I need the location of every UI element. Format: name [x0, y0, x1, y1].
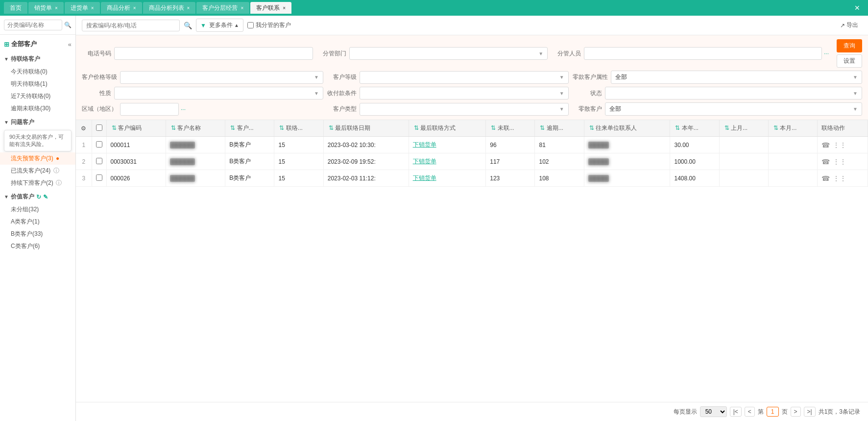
- payment-select[interactable]: ▼: [360, 87, 569, 99]
- col-cust-type[interactable]: ⇅ 客户...: [225, 120, 274, 137]
- region-more-icon[interactable]: ···: [181, 106, 186, 113]
- contact-icon-1[interactable]: ☎: [821, 141, 830, 149]
- export-btn[interactable]: ↗ 导出: [836, 19, 862, 31]
- close-tab-purchase[interactable]: ×: [91, 5, 94, 11]
- row-last-method-2[interactable]: 下销货单: [409, 153, 486, 170]
- row-last-method-3[interactable]: 下销货单: [409, 170, 486, 187]
- tab-sales[interactable]: 销货单 ×: [28, 2, 64, 14]
- more-icon-2[interactable]: ⋮⋮: [833, 158, 846, 166]
- tree-group-pending-title[interactable]: ▼ 待联络客户: [0, 52, 75, 66]
- filter-search-input[interactable]: [82, 20, 180, 31]
- tab-customer-layer[interactable]: 客户分层经营 ×: [196, 2, 249, 14]
- dept-select[interactable]: ▼: [349, 47, 548, 60]
- row-unit-contact-2: █████: [584, 153, 670, 170]
- filter-field-payment: 收付款条件 ▼: [327, 87, 569, 99]
- row-checkbox-3[interactable]: [92, 170, 106, 187]
- settings-button[interactable]: 设置: [837, 54, 862, 68]
- more-conditions-btn[interactable]: ▼ 更多条件 ▲: [196, 19, 243, 32]
- contact-icon-3[interactable]: ☎: [821, 174, 830, 182]
- region-input[interactable]: [120, 103, 179, 116]
- sidebar-item-declining[interactable]: 持续下滑客户(2) ⓘ: [0, 177, 75, 189]
- more-icon-1[interactable]: ⋮⋮: [833, 141, 846, 149]
- more-icon-3[interactable]: ⋮⋮: [833, 174, 846, 182]
- tab-analysis[interactable]: 商品分析 ×: [101, 2, 142, 14]
- sidebar-item-class-c[interactable]: C类客户(6): [0, 240, 75, 252]
- zero-cust-select[interactable]: 全部 ▼: [605, 102, 862, 116]
- tab-customer-contact[interactable]: 客户联系 ×: [250, 2, 291, 14]
- last-page-btn[interactable]: >|: [804, 407, 816, 417]
- sidebar-item-class-b[interactable]: B类客户(33): [0, 228, 75, 240]
- close-tab-analysis-list[interactable]: ×: [187, 5, 190, 11]
- sidebar-item-churned[interactable]: 已流失客户(24) ⓘ: [0, 165, 75, 177]
- contact-icon-2[interactable]: ☎: [821, 158, 830, 166]
- sidebar-item-class-a[interactable]: A类客户(1): [0, 216, 75, 228]
- per-page-select[interactable]: 50 100: [700, 406, 727, 417]
- row-last-method-1[interactable]: 下销货单: [409, 137, 486, 153]
- close-tab-customer-layer[interactable]: ×: [241, 5, 243, 11]
- col-this-month[interactable]: ⇅ 本月...: [768, 120, 817, 137]
- col-name[interactable]: ⇅ 客户名称: [166, 120, 225, 137]
- status-select[interactable]: ▼: [605, 87, 862, 99]
- tab-purchase[interactable]: 进货单 ×: [65, 2, 100, 14]
- first-page-btn[interactable]: |<: [730, 407, 742, 417]
- main-layout: 🔍 ⊞ 全部客户 « ▼ 待联络客户 今天待联络(0) 明天待联络(1): [0, 16, 868, 421]
- row-checkbox-1[interactable]: [92, 137, 106, 153]
- sidebar-item-today-pending[interactable]: 今天待联络(0): [0, 66, 75, 78]
- col-uncontacted[interactable]: ⇅ 未联...: [486, 120, 535, 137]
- my-customers-checkbox[interactable]: [247, 22, 254, 28]
- cust-level-select[interactable]: ▼: [360, 71, 569, 84]
- sidebar-item-ungroup[interactable]: 未分组(32): [0, 203, 75, 216]
- filter-search-icon[interactable]: 🔍: [184, 22, 192, 29]
- tab-analysis-list[interactable]: 商品分析列表 ×: [143, 2, 196, 14]
- sidebar-item-7days-pending[interactable]: 近7天待联络(0): [0, 90, 75, 102]
- col-last-method[interactable]: ⇅ 最后联络方式: [409, 120, 486, 137]
- window-close-icon[interactable]: ✕: [850, 4, 864, 12]
- refresh-icon[interactable]: ↻: [36, 194, 41, 200]
- sidebar-item-churn-warning[interactable]: 流失预警客户(3) ●: [0, 152, 75, 165]
- sidebar-item-tomorrow-pending[interactable]: 明天待联络(1): [0, 78, 75, 90]
- col-this-year[interactable]: ⇅ 本年...: [670, 120, 719, 137]
- sort-icon-cust-type: ⇅: [230, 124, 235, 131]
- sidebar-search-input[interactable]: [4, 20, 62, 30]
- export-icon: ↗: [840, 22, 845, 29]
- close-tab-customer-contact[interactable]: ×: [283, 5, 286, 11]
- next-page-btn[interactable]: >: [791, 407, 801, 417]
- col-settings[interactable]: ⚙: [76, 120, 92, 137]
- zero-attr-select[interactable]: 全部 ▼: [611, 71, 862, 84]
- close-tab-sales[interactable]: ×: [55, 5, 58, 11]
- col-last-month[interactable]: ⇅ 上月...: [719, 120, 768, 137]
- tab-bar: 首页 销货单 × 进货单 × 商品分析 × 商品分析列表 × 客户分层经营 × …: [0, 0, 868, 16]
- tree-group-problem-title[interactable]: ▼ 问题客户: [0, 116, 75, 129]
- settings-icon[interactable]: ⚙: [81, 125, 86, 132]
- col-last-date[interactable]: ⇅ 最后联络日期: [323, 120, 409, 137]
- cust-type-select[interactable]: ▼: [360, 103, 569, 116]
- col-overdue[interactable]: ⇅ 逾期...: [535, 120, 584, 137]
- person-input[interactable]: [584, 47, 822, 60]
- my-customers-checkbox-label[interactable]: 我分管的客户: [247, 21, 291, 29]
- col-checkbox[interactable]: [92, 120, 106, 137]
- chevron-up-icon: ▲: [234, 23, 239, 28]
- person-more-icon[interactable]: ···: [824, 50, 829, 57]
- tree-root-all-customers[interactable]: ⊞ 全部客户 «: [0, 37, 75, 51]
- gender-select[interactable]: ▼: [114, 87, 323, 99]
- edit-icon[interactable]: ✎: [43, 194, 48, 200]
- phone-input[interactable]: [114, 47, 313, 60]
- tab-home[interactable]: 首页: [4, 2, 27, 14]
- close-tab-analysis[interactable]: ×: [133, 5, 136, 11]
- row-last-month-3: [719, 170, 768, 187]
- filter-field-status: 状态 ▼: [573, 87, 862, 99]
- collapse-icon[interactable]: «: [68, 41, 72, 48]
- sidebar-search-icon[interactable]: 🔍: [64, 22, 72, 28]
- payment-arrow: ▼: [559, 91, 564, 96]
- prev-page-btn[interactable]: <: [745, 407, 755, 417]
- col-code[interactable]: ⇅ 客户编码: [106, 120, 166, 137]
- row-checkbox-2[interactable]: [92, 153, 106, 170]
- query-button[interactable]: 查询: [837, 39, 862, 52]
- price-level-select[interactable]: ▼: [120, 71, 323, 84]
- select-all-checkbox[interactable]: [96, 124, 102, 131]
- col-contact-num[interactable]: ⇅ 联络...: [274, 120, 323, 137]
- tree-group-value-title[interactable]: ▼ 价值客户 ↻ ✎: [0, 190, 75, 203]
- sidebar-item-overdue-pending[interactable]: 逾期未联络(30): [0, 102, 75, 115]
- col-unit-contact[interactable]: ⇅ 往来单位联系人: [584, 120, 670, 137]
- row-this-year-2: 1000.00: [670, 153, 719, 170]
